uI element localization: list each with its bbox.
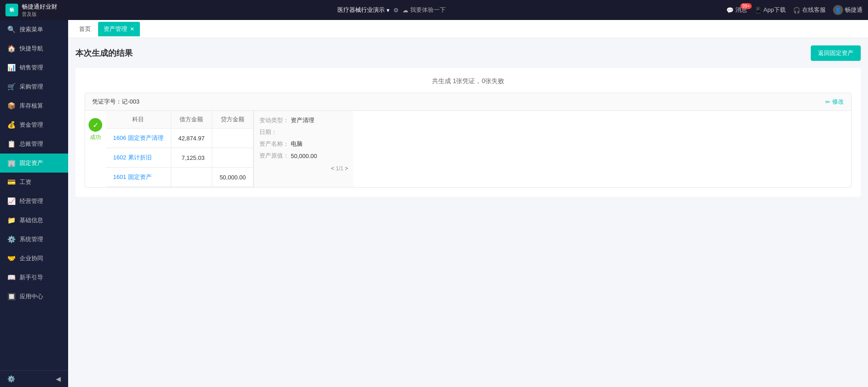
app-download-button[interactable]: 📱 App下载 [754,6,786,14]
company-name: 医疗器械行业演示 [337,6,385,14]
sidebar-item-fixedassets[interactable]: 🏢 固定资产 [0,154,68,173]
sidebar-label-sales: 销售管理 [20,64,43,72]
sidebar-label-purchase: 采购管理 [20,83,43,91]
side-panel-asset-name: 资产名称： 电脑 [259,140,348,148]
sidebar-label-business: 经营管理 [20,197,43,205]
user-menu[interactable]: 👤 畅捷通 [833,5,863,15]
pagination-label: 1/1 [336,165,345,172]
table-area: ✓ 成功 科目 借方金额 贷方金额 [85,111,253,187]
result-card: 共生成 1张凭证，0张失败 凭证字号：记-003 ✏ 修改 [75,68,861,197]
tab-home[interactable]: 首页 [74,22,96,36]
settings-bottom-icon[interactable]: ⚙️ [7,375,15,382]
row2-debit: 7,125.03 [171,148,212,168]
voucher-header: 凭证字号：记-003 ✏ 修改 [85,93,851,111]
top-bar-left: 畅 畅捷通好业财 普及版 [5,3,57,18]
change-type-label: 变动类型： [259,116,289,124]
system-icon: ⚙️ [7,235,16,243]
sidebar: 🔍 搜索菜单 🏠 快捷导航 📊 销售管理 🛒 采购管理 📦 库存核算 💰 [0,20,68,387]
sidebar-item-ledger[interactable]: 📋 总账管理 [0,134,68,154]
collapse-icon[interactable]: ◀ [56,375,61,382]
sidebar-item-search[interactable]: 🔍 搜索菜单 [0,20,68,39]
row2-credit [212,148,253,168]
status-label: 成功 [90,134,101,141]
page-header: 本次生成的结果 返回固定资产 [75,45,861,61]
company-selector[interactable]: 医疗器械行业演示 ▾ [337,6,390,14]
logo-name: 畅捷通好业财 [22,3,57,11]
headset-icon: 🎧 [793,7,800,14]
sidebar-item-cooperation[interactable]: 🤝 企业协同 [0,249,68,268]
sidebar-label-search: 搜索菜单 [20,25,43,34]
sidebar-label-basics: 基础信息 [20,216,43,224]
tab-assets[interactable]: 资产管理 ✕ [98,22,140,36]
tab-close-icon[interactable]: ✕ [130,26,134,32]
gear-button[interactable]: ⚙ [393,7,399,14]
sidebar-item-business[interactable]: 📈 经营管理 [0,192,68,211]
sidebar-scroll: 🔍 搜索菜单 🏠 快捷导航 📊 销售管理 🛒 采购管理 📦 库存核算 💰 [0,20,68,370]
side-panel-date: 日期： [259,128,348,136]
asset-name-value: 电脑 [291,140,303,148]
sidebar-item-basics[interactable]: 📁 基础信息 [0,211,68,230]
sidebar-item-sales[interactable]: 📊 销售管理 [0,58,68,77]
avatar: 👤 [833,5,843,15]
row2-subject[interactable]: 1602 累计折旧 [106,148,171,168]
messages-button[interactable]: 💬 消息 99+ [726,6,747,14]
sidebar-item-guide[interactable]: 📖 新手引导 [0,268,68,287]
sidebar-item-quicknav[interactable]: 🏠 快捷导航 [0,39,68,58]
search-icon: 🔍 [7,25,16,34]
home-icon: 🏠 [7,45,16,53]
table-wrap: 科目 借方金额 贷方金额 1606 固定资产清理 42,874. [106,111,253,187]
row1-debit: 42,874.97 [171,129,212,148]
experience-button[interactable]: ☁ 我要体验一下 [402,6,446,14]
sidebar-item-funds[interactable]: 💰 资金管理 [0,115,68,134]
original-value-value: 50,000.00 [291,153,317,159]
row1-subject[interactable]: 1606 固定资产清理 [106,129,171,148]
appcenter-icon: 🔲 [7,293,16,301]
sidebar-label-appcenter: 应用中心 [20,293,43,301]
side-panel-change-type: 变动类型： 资产清理 [259,116,348,124]
salary-icon: 💳 [7,178,16,186]
sidebar-item-appcenter[interactable]: 🔲 应用中心 [0,287,68,306]
sidebar-label-guide: 新手引导 [20,273,43,282]
table-row: 1601 固定资产 50,000.00 [106,168,253,187]
side-panel-pagination: < 1/1 > [259,165,348,172]
row3-subject[interactable]: 1601 固定资产 [106,168,171,187]
funds-icon: 💰 [7,121,16,129]
prev-page-icon[interactable]: < [331,165,334,172]
edit-button[interactable]: ✏ 修改 [825,98,844,106]
guide-icon: 📖 [7,273,16,282]
online-service-button[interactable]: 🎧 在线客服 [793,6,826,14]
col-credit: 贷方金额 [212,111,253,129]
cooperation-icon: 🤝 [7,254,16,263]
inventory-icon: 📦 [7,102,16,110]
voucher-section: 凭证字号：记-003 ✏ 修改 ✓ 成功 [84,93,852,188]
fixedassets-icon: 🏢 [7,159,16,167]
row1-credit [212,129,253,148]
top-bar: 畅 畅捷通好业财 普及版 医疗器械行业演示 ▾ ⚙ ☁ 我要体验一下 💬 消息 … [0,0,868,20]
content-area: 首页 资产管理 ✕ 本次生成的结果 返回固定资产 共生成 1张凭证，0张失败 [68,20,868,387]
sidebar-item-system[interactable]: ⚙️ 系统管理 [0,230,68,249]
sidebar-item-inventory[interactable]: 📦 库存核算 [0,96,68,115]
success-icon: ✓ [89,118,102,132]
phone-icon: 📱 [754,7,762,14]
logo-sub: 普及版 [22,11,57,18]
cloud-icon: ☁ [402,7,408,14]
next-page-icon[interactable]: > [345,165,348,172]
main-layout: 🔍 搜索菜单 🏠 快捷导航 📊 销售管理 🛒 采购管理 📦 库存核算 💰 [0,20,868,387]
table-row: 1602 累计折旧 7,125.03 [106,148,253,168]
asset-name-label: 资产名称： [259,140,289,148]
change-type-value: 资产清理 [291,116,314,124]
voucher-body: ✓ 成功 科目 借方金额 贷方金额 [85,111,851,187]
dropdown-icon: ▾ [387,7,390,14]
edit-icon: ✏ [825,99,830,105]
row3-debit [171,168,212,187]
status-wrap: ✓ 成功 [85,111,106,149]
side-panel: 变动类型： 资产清理 日期： 资产名称： 电脑 [253,111,353,187]
voucher-code: 凭证字号：记-003 [92,98,139,106]
return-button[interactable]: 返回固定资产 [811,45,861,61]
page-title: 本次生成的结果 [75,48,133,59]
sidebar-item-salary[interactable]: 💳 工资 [0,173,68,192]
sidebar-label-cooperation: 企业协同 [20,254,43,263]
sidebar-label-quicknav: 快捷导航 [20,45,43,53]
sidebar-item-purchase[interactable]: 🛒 采购管理 [0,77,68,96]
purchase-icon: 🛒 [7,83,16,91]
